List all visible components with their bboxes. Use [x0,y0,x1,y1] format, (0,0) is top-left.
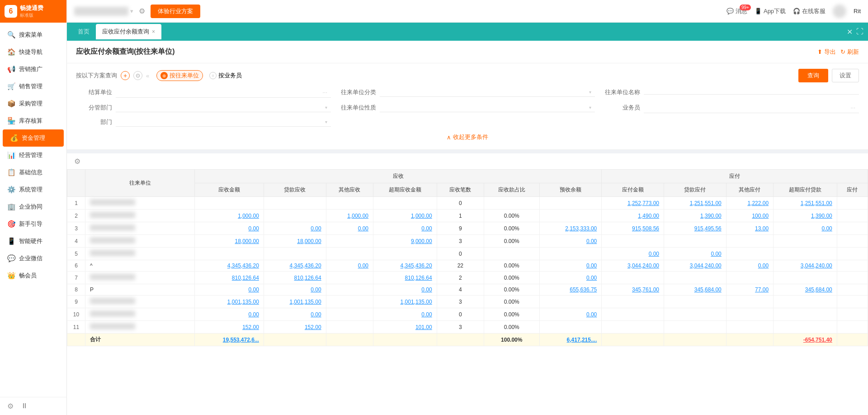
ar-loan-cell[interactable]: 0.00 [264,222,326,235]
export-button[interactable]: ⬆ 导出 [817,48,836,56]
avatar[interactable] [833,5,846,18]
tab-balance-query[interactable]: 应收应付余额查询 × [96,24,161,39]
sidebar-item-search[interactable]: 🔍 搜索菜单 [0,26,66,43]
online-service-item[interactable]: 🎧 在线客服 [793,7,826,15]
ar-overdue-cell[interactable]: 1,001,135.00 [373,296,437,308]
query-settings-button[interactable]: ⊙ [133,71,142,80]
solution-button[interactable]: 体验行业方案 [151,5,200,18]
ar-prepaid-cell[interactable]: 0.00 [539,308,602,321]
ap-other-cell[interactable]: 13.00 [726,222,773,235]
collapse-more-conditions[interactable]: ∧ 收起更多条件 [444,130,491,144]
ar-loan-cell[interactable]: 18,000.00 [264,235,326,248]
ar-prepaid-cell[interactable]: 0.00 [539,235,602,248]
ap-overdue-cell[interactable]: 345,684.00 [774,284,837,296]
ap-other-cell[interactable]: 0.00 [726,260,773,272]
ar-amount-cell[interactable]: 1,001,135.00 [195,296,264,308]
sidebar-item-guide[interactable]: 🎯 新手引导 [0,215,66,233]
ap-loan-cell[interactable]: 0.00 [664,248,726,260]
ap-overdue-cell[interactable]: 3,044,240.00 [774,260,837,272]
data-table-wrapper[interactable]: 往来单位 应收 应付 应收金额 贷款应收 其他应收 超期应收金额 应收笔数 应收… [67,169,868,415]
sidebar-item-system[interactable]: ⚙️ 系统管理 [0,181,66,198]
message-item[interactable]: 💬 消息 99+ [726,7,747,15]
ar-loan-cell[interactable]: 152.00 [264,321,326,334]
ap-loan-cell[interactable]: 3,044,240.00 [664,260,726,272]
ar-overdue-cell[interactable]: 1,000.00 [373,210,437,222]
ar-amount-cell[interactable]: 4,345,436.20 [195,260,264,272]
ar-amount-cell[interactable]: 0.00 [195,308,264,321]
ar-amount-cell[interactable]: 18,000.00 [195,235,264,248]
ap-amount-cell[interactable]: 915,508.56 [602,222,664,235]
sidebar-item-hardware[interactable]: 📱 智能硬件 [0,233,66,250]
ar-prepaid-cell[interactable]: 2,153,333.00 [539,222,602,235]
ar-amount-cell[interactable]: 0.00 [195,284,264,296]
ap-amount-cell[interactable]: 1,490.00 [602,210,664,222]
ar-other-cell[interactable]: 1,000.00 [326,210,373,222]
ar-prepaid-cell[interactable]: 655,636.75 [539,284,602,296]
maximize-button[interactable]: ⛶ [856,28,863,36]
query-button[interactable]: 查询 [798,69,828,82]
ap-overdue-cell[interactable]: 1,390.00 [774,210,837,222]
dept-manager-select[interactable]: ▾ [116,103,331,112]
topbar-gear-icon[interactable]: ⚙ [139,7,145,15]
ar-overdue-cell[interactable]: 4,345,436.20 [373,260,437,272]
sidebar-item-purchase[interactable]: 📦 采购管理 [0,95,66,112]
sidebar-item-corp[interactable]: 🏢 企业协同 [0,198,66,215]
ar-overdue-cell[interactable]: 0.00 [373,222,437,235]
close-window-button[interactable]: ✕ [847,28,853,36]
partner-nature-select[interactable]: ▾ [380,103,595,112]
ap-other-cell[interactable]: 100.00 [726,210,773,222]
ap-loan-cell[interactable]: 1,251,551.00 [664,197,726,210]
ap-overdue-cell[interactable]: 0.00 [774,222,837,235]
ar-loan-cell[interactable]: 0.00 [264,308,326,321]
footer-ar-prepaid[interactable]: 6,417,215.... [539,334,602,346]
ar-overdue-cell[interactable]: 810,126.64 [373,272,437,284]
ap-amount-cell[interactable]: 345,761.00 [602,284,664,296]
ar-loan-cell[interactable]: 810,126.64 [264,272,326,284]
footer-ap-overdue[interactable]: -654,751.40 [774,334,837,346]
query-option-salesperson[interactable]: ○ 按业务员 [206,71,245,81]
ap-loan-cell[interactable]: 915,495.56 [664,222,726,235]
ap-overdue-cell[interactable]: 1,251,551.00 [774,197,837,210]
sidebar-settings-icon[interactable]: ⚙ [7,402,14,410]
partner-category-select[interactable]: ▾ [380,88,595,97]
ap-amount-cell[interactable]: 3,044,240.00 [602,260,664,272]
footer-ar-total[interactable]: 19,553,472,6... [195,334,264,346]
ap-other-cell[interactable]: 1,222.00 [726,197,773,210]
settings-page-button[interactable]: 设置 [832,69,859,82]
settlement-input[interactable]: ··· [116,87,331,98]
sidebar-item-finance[interactable]: 💰 资金管理 [3,129,64,147]
ar-other-cell[interactable]: 0.00 [326,222,373,235]
ar-other-cell[interactable]: 0.00 [326,260,373,272]
ar-amount-cell[interactable]: 810,126.64 [195,272,264,284]
table-settings-icon[interactable]: ⚙ [74,157,80,166]
ar-overdue-cell[interactable]: 9,000.00 [373,235,437,248]
sidebar-item-basic[interactable]: 📋 基础信息 [0,164,66,181]
sidebar-item-quick[interactable]: 🏠 快捷导航 [0,43,66,61]
ar-amount-cell[interactable]: 152.00 [195,321,264,334]
tab-home[interactable]: 首页 [71,24,96,39]
sidebar-item-marketing[interactable]: 📢 营销推广 [0,61,66,78]
sidebar-item-member[interactable]: 👑 畅会员 [0,267,66,284]
ap-amount-cell[interactable]: 0.00 [602,248,664,260]
app-download-item[interactable]: 📱 App下载 [755,7,786,15]
query-option-partner[interactable]: ⊛ 按往来单位 [156,70,203,81]
ar-loan-cell[interactable]: 0.00 [264,284,326,296]
refresh-button[interactable]: ↻ 刷新 [840,48,859,56]
ap-amount-cell[interactable]: 1,252,773.00 [602,197,664,210]
sidebar-item-sales[interactable]: 🛒 销售管理 [0,78,66,95]
ap-loan-cell[interactable]: 345,684.00 [664,284,726,296]
ar-overdue-cell[interactable]: 101.00 [373,321,437,334]
ar-loan-cell[interactable]: 1,001,135.00 [264,296,326,308]
ap-other-cell[interactable]: 77.00 [726,284,773,296]
ar-prepaid-cell[interactable]: 0.00 [539,272,602,284]
ap-loan-cell[interactable]: 1,390.00 [664,210,726,222]
query-add-button[interactable]: + [121,71,130,80]
ar-amount-cell[interactable]: 1,000.00 [195,210,264,222]
salesperson-input[interactable]: ··· [644,102,859,113]
sidebar-item-ops[interactable]: 📊 经营管理 [0,147,66,164]
ar-loan-cell[interactable]: 4,345,436.20 [264,260,326,272]
tab-close-icon[interactable]: × [152,29,155,35]
ar-prepaid-cell[interactable]: 0.00 [539,260,602,272]
sidebar-collapse-icon[interactable]: ⏸ [21,402,28,410]
ar-overdue-cell[interactable]: 0.00 [373,308,437,321]
